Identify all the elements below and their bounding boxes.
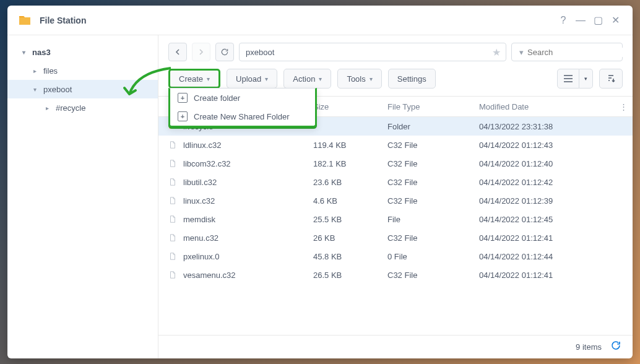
file-size: 25.5 KB <box>313 215 387 224</box>
tree-item-label: #recycle <box>56 103 85 113</box>
file-date: 04/13/2022 23:31:38 <box>479 122 614 131</box>
file-name: memdisk <box>183 215 215 224</box>
back-button[interactable] <box>168 43 187 61</box>
file-size: 26 KB <box>313 233 387 243</box>
file-type: C32 File <box>387 233 479 243</box>
file-name: linux.c32 <box>183 196 215 206</box>
path-text: pxeboot <box>246 48 274 57</box>
table-row[interactable]: vesamenu.c3226.5 KBC32 File04/14/2022 01… <box>158 266 633 284</box>
table-row[interactable]: linux.c324.6 KBC32 File04/14/2022 01:12:… <box>158 191 633 210</box>
forward-button[interactable] <box>192 43 210 61</box>
file-size: 45.8 KB <box>313 252 387 261</box>
table-row[interactable]: ldlinux.c32119.4 KBC32 File04/14/2022 01… <box>158 136 633 154</box>
file-size: 119.4 KB <box>313 141 387 150</box>
tree-item-label: pxeboot <box>43 85 72 94</box>
file-size: 4.6 KB <box>313 196 387 206</box>
table-row[interactable]: libcom32.c32182.1 KBC32 File04/14/2022 0… <box>158 154 633 173</box>
plus-icon: + <box>178 111 188 121</box>
file-type: Folder <box>387 122 479 131</box>
close-button[interactable]: ✕ <box>608 13 623 28</box>
titlebar: File Station ? — ▢ ✕ <box>7 6 633 35</box>
app-window: File Station ? — ▢ ✕ ▾nas3 ▸files ▾pxebo… <box>7 6 633 358</box>
file-date: 04/14/2022 01:12:41 <box>479 271 614 280</box>
tree-root-label: nas3 <box>32 48 51 57</box>
action-button[interactable]: Action <box>283 69 331 89</box>
create-dropdown: +Create folder +Create New Shared Folder <box>168 88 317 128</box>
file-name: pxelinux.0 <box>183 252 220 261</box>
refresh-button[interactable] <box>215 43 234 61</box>
status-bar: 9 items <box>158 335 633 358</box>
file-table: Name Size File Type Modified Date ⋮ #rec… <box>158 96 633 335</box>
search-input[interactable] <box>527 48 631 57</box>
th-size[interactable]: Size <box>313 102 387 111</box>
table-row[interactable]: menu.c3226 KBC32 File04/14/2022 01:12:41 <box>158 228 633 247</box>
table-row[interactable]: memdisk25.5 KBFile04/14/2022 01:12:45 <box>158 210 633 228</box>
file-date: 04/14/2022 01:12:42 <box>479 178 614 187</box>
th-type[interactable]: File Type <box>387 102 479 111</box>
maximize-button[interactable]: ▢ <box>590 13 605 28</box>
file-date: 04/14/2022 01:12:41 <box>479 233 614 243</box>
file-type: C32 File <box>387 159 479 168</box>
tree-item-pxeboot[interactable]: ▾pxeboot <box>7 80 158 98</box>
table-row[interactable]: libutil.c3223.6 KBC32 File04/14/2022 01:… <box>158 173 633 191</box>
file-type: File <box>387 215 479 224</box>
file-name: libcom32.c32 <box>183 159 231 168</box>
file-name: ldlinux.c32 <box>183 141 221 150</box>
tree-item-recycle[interactable]: ▸#recycle <box>7 98 158 117</box>
plus-icon: + <box>178 93 188 103</box>
refresh-status-button[interactable] <box>610 340 621 354</box>
file-date: 04/14/2022 01:12:40 <box>479 159 614 168</box>
file-size: 23.6 KB <box>313 178 387 187</box>
file-date: 04/14/2022 01:12:39 <box>479 196 614 206</box>
file-type: C32 File <box>387 178 479 187</box>
tree-root[interactable]: ▾nas3 <box>7 43 158 61</box>
file-type: C32 File <box>387 271 479 280</box>
file-date: 04/14/2022 01:12:44 <box>479 252 614 261</box>
app-icon <box>17 13 32 28</box>
tools-button[interactable]: Tools <box>337 69 381 89</box>
sort-button[interactable] <box>599 69 623 89</box>
file-size: 182.1 KB <box>313 159 387 168</box>
app-title: File Station <box>40 15 86 25</box>
favorite-icon[interactable]: ★ <box>492 46 501 58</box>
file-date: 04/14/2022 01:12:43 <box>479 141 614 150</box>
file-name: menu.c32 <box>183 233 218 243</box>
view-dropdown-button[interactable]: ▾ <box>579 69 593 89</box>
view-list-button[interactable] <box>557 69 579 89</box>
create-folder-item[interactable]: +Create folder <box>170 89 315 107</box>
tree-item-label: files <box>43 66 58 76</box>
create-button[interactable]: Create <box>168 69 220 89</box>
main-panel: pxeboot★ ▾ Create Upload Action Tools Se… <box>158 35 633 358</box>
file-type: 0 File <box>387 252 479 261</box>
path-input[interactable]: pxeboot★ <box>239 43 506 61</box>
th-date[interactable]: Modified Date <box>479 102 614 111</box>
file-name: libutil.c32 <box>183 178 217 187</box>
th-more[interactable]: ⋮ <box>614 102 633 111</box>
settings-button[interactable]: Settings <box>388 69 436 89</box>
file-name: vesamenu.c32 <box>183 271 236 280</box>
tree-item-files[interactable]: ▸files <box>7 61 158 80</box>
file-date: 04/14/2022 01:12:45 <box>479 215 614 224</box>
search-box[interactable]: ▾ <box>511 43 623 61</box>
minimize-button[interactable]: — <box>573 13 588 28</box>
search-dropdown-icon[interactable]: ▾ <box>519 48 524 57</box>
file-type: C32 File <box>387 141 479 150</box>
sidebar: ▾nas3 ▸files ▾pxeboot ▸#recycle <box>7 35 158 358</box>
help-button[interactable]: ? <box>556 13 571 28</box>
file-type: C32 File <box>387 196 479 206</box>
table-row[interactable]: pxelinux.045.8 KB0 File04/14/2022 01:12:… <box>158 247 633 266</box>
create-shared-folder-item[interactable]: +Create New Shared Folder <box>170 107 315 126</box>
upload-button[interactable]: Upload <box>227 69 277 89</box>
item-count: 9 items <box>576 342 602 352</box>
file-size: 26.5 KB <box>313 271 387 280</box>
